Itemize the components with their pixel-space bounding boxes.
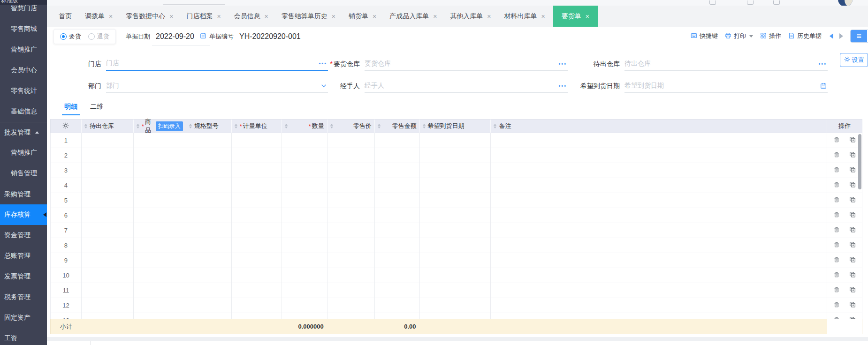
column-header-操作[interactable]: 操作 (827, 120, 862, 133)
grid-cell[interactable] (282, 313, 327, 319)
grid-cell[interactable] (327, 208, 375, 223)
grid-cell[interactable] (134, 268, 186, 283)
sidebar-item-固定资产[interactable]: 固定资产 (0, 308, 47, 328)
grid-cell[interactable] (375, 313, 420, 319)
sidebar-item-销售管理[interactable]: 销售管理 (0, 163, 47, 184)
grid-cell[interactable] (282, 163, 327, 178)
sidebar-item-总账管理[interactable]: 总账管理 (0, 246, 47, 266)
grid-cell[interactable] (420, 253, 491, 268)
grid-cell[interactable] (82, 148, 134, 163)
calendar-icon[interactable] (200, 32, 206, 41)
sort-icons[interactable] (494, 124, 496, 128)
grid-cell[interactable] (282, 208, 327, 223)
column-header-待出仓库[interactable]: 待出仓库 (82, 120, 134, 133)
grid-cell[interactable] (282, 298, 327, 313)
grid-cell[interactable] (82, 253, 134, 268)
grid-cell[interactable] (420, 283, 491, 298)
grid-cell[interactable] (232, 313, 282, 319)
column-header-商品[interactable]: *商品扫码录入 (134, 120, 186, 133)
gear-icon[interactable] (62, 122, 69, 130)
grid-cell[interactable] (375, 283, 420, 298)
column-header-规格型号[interactable]: 规格型号 (186, 120, 232, 133)
grid-cell[interactable] (327, 268, 375, 283)
grid-cell[interactable] (134, 148, 186, 163)
grid-cell[interactable] (82, 193, 134, 208)
grid-cell[interactable] (327, 193, 375, 208)
grid-cell[interactable] (134, 208, 186, 223)
delete-row-icon[interactable] (833, 286, 840, 295)
radio-request-goods[interactable]: 要货 (60, 32, 81, 41)
column-header-希望到货日期[interactable]: 希望到货日期 (420, 120, 491, 133)
sort-icons[interactable] (189, 124, 192, 128)
grid-cell[interactable] (491, 253, 827, 268)
grid-cell[interactable] (232, 208, 282, 223)
grid-cell[interactable] (420, 133, 491, 148)
grid-cell[interactable] (232, 178, 282, 193)
delete-row-icon[interactable] (833, 196, 840, 205)
tab-其他入库单[interactable]: 其他入库单× (445, 6, 496, 27)
grid-cell[interactable] (186, 178, 232, 193)
grid-cell[interactable] (134, 313, 186, 319)
grid-cell[interactable] (232, 223, 282, 238)
list-view-button[interactable] (851, 30, 867, 42)
grid-cell[interactable] (186, 133, 232, 148)
grid-cell[interactable] (82, 208, 134, 223)
grid-cell[interactable] (282, 148, 327, 163)
calendar-icon[interactable] (820, 82, 827, 89)
sidebar-item-批发管理[interactable]: 批发管理 (0, 122, 47, 142)
copy-row-icon[interactable] (849, 181, 856, 190)
out-warehouse-input[interactable]: 待出仓库 ••• (624, 57, 828, 71)
sidebar-item-资金管理[interactable]: 资金管理 (0, 225, 47, 246)
close-icon[interactable]: × (541, 13, 545, 20)
grid-cell[interactable] (491, 193, 827, 208)
grid-cell[interactable] (186, 148, 232, 163)
delete-row-icon[interactable] (833, 301, 840, 310)
column-header-数量[interactable]: *数量 (282, 120, 327, 133)
delete-row-icon[interactable] (833, 151, 840, 160)
grid-cell[interactable] (282, 268, 327, 283)
grid-cell[interactable] (82, 163, 134, 178)
sidebar-item-税务管理[interactable]: 税务管理 (0, 287, 47, 308)
shortcut-keys-button[interactable]: 快捷键 (691, 32, 718, 40)
handler-input[interactable]: 经手人 ••• (365, 79, 568, 93)
scan-entry-button[interactable]: 扫码录入 (156, 121, 183, 131)
grid-cell[interactable] (420, 268, 491, 283)
grid-cell[interactable] (420, 313, 491, 319)
tab-零售数据中心[interactable]: 零售数据中心× (121, 6, 178, 27)
sort-icons[interactable] (378, 124, 381, 128)
grid-cell[interactable] (186, 253, 232, 268)
user-avatar[interactable] (838, 0, 853, 6)
grid-cell[interactable] (491, 298, 827, 313)
column-header-零售价[interactable]: 零售价 (327, 120, 375, 133)
grid-cell[interactable] (375, 253, 420, 268)
sidebar-item-会员中心[interactable]: 会员中心 (0, 60, 47, 81)
grid-column-settings[interactable] (51, 120, 82, 133)
grid-cell[interactable] (134, 283, 186, 298)
expect-date-input[interactable]: 希望到货日期 (624, 79, 828, 93)
close-icon[interactable]: × (373, 13, 376, 20)
grid-cell[interactable] (282, 283, 327, 298)
tab-产成品入库单[interactable]: 产成品入库单× (384, 6, 442, 27)
grid-cell[interactable] (327, 223, 375, 238)
grid-cell[interactable] (491, 238, 827, 253)
sort-icons[interactable] (330, 124, 333, 128)
topbar-icon-fragment[interactable] (773, 0, 780, 5)
delete-row-icon[interactable] (833, 226, 840, 235)
grid-cell[interactable] (134, 163, 186, 178)
grid-cell[interactable] (420, 148, 491, 163)
history-bills-button[interactable]: 历史单据 (788, 32, 822, 40)
copy-row-icon[interactable] (849, 211, 856, 220)
collapse-left-icon[interactable] (43, 212, 46, 217)
column-header-备注[interactable]: 备注 (491, 120, 827, 133)
sidebar-item-工资[interactable]: 工资 (0, 328, 47, 345)
close-icon[interactable]: × (109, 13, 113, 20)
copy-row-icon[interactable] (849, 271, 856, 280)
grid-cell[interactable] (232, 298, 282, 313)
grid-cell[interactable] (134, 298, 186, 313)
grid-cell[interactable] (327, 313, 375, 319)
prev-record-icon[interactable] (830, 33, 833, 39)
grid-cell[interactable] (282, 223, 327, 238)
print-button[interactable]: 打印 (725, 32, 753, 40)
grid-cell[interactable] (186, 298, 232, 313)
grid-cell[interactable] (186, 313, 232, 319)
